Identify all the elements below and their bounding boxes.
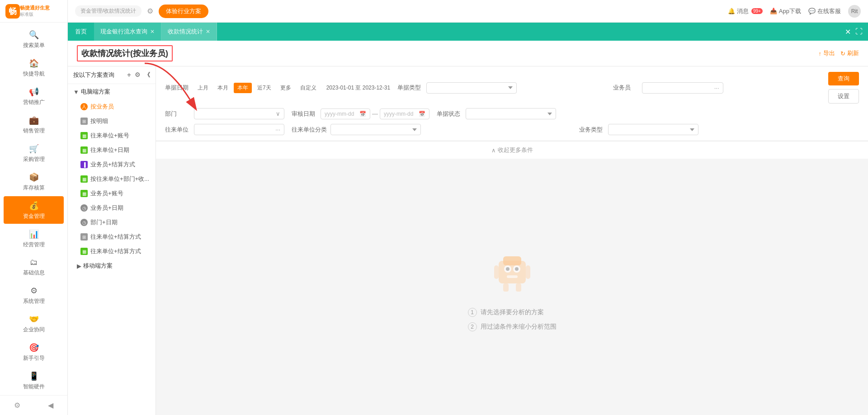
scheme-item-dept-date[interactable]: ◷ 部门+日期 (68, 215, 156, 230)
sidebar-item-system[interactable]: ⚙ 系统管理 (4, 281, 64, 309)
scheme-item-partner-account[interactable]: ▦ 往来单位+账号 (68, 128, 156, 143)
partner-input[interactable]: ··· (194, 124, 284, 135)
sidebar-item-finance[interactable]: 💰 资金管理 (4, 196, 64, 224)
doctype-label: 单据类型 (397, 84, 423, 92)
scheme-item-salesman-account[interactable]: ▦ 业务员+账号 (68, 186, 156, 201)
audit-date-to[interactable]: yyyy-mm-dd 📅 (380, 108, 429, 119)
download-icon: 📥 (770, 8, 777, 14)
close-window-icon[interactable]: ✕ (845, 28, 851, 36)
date-last-month[interactable]: 上月 (194, 83, 212, 93)
query-button[interactable]: 查询 (828, 72, 859, 85)
scheme-settings-icon[interactable]: ⚙ (135, 71, 141, 79)
doc-status-section: 单据状态 (437, 108, 859, 119)
sidebar-item-guide[interactable]: 🎯 新手引导 (4, 338, 64, 366)
sidebar-item-sales[interactable]: 💼 销售管理 (4, 111, 64, 138)
doc-status-label: 单据状态 (437, 110, 462, 118)
scheme-item-salesman-date[interactable]: ◷ 业务员+日期 (68, 201, 156, 215)
dept-select[interactable]: ∨ (194, 108, 284, 119)
tab-receipt-close[interactable]: ✕ (206, 28, 210, 35)
doctype-section: 单据类型 (397, 82, 605, 94)
sidebar-item-inventory[interactable]: 📦 库存核算 (4, 168, 64, 195)
scheme-item-partner-settle2[interactable]: ▦ 往来单位+结算方式 (68, 244, 156, 259)
settings-button[interactable]: 设置 (828, 89, 859, 104)
notification-item[interactable]: 🔔 消息 99+ (728, 7, 763, 15)
tab-bank-close[interactable]: ✕ (150, 28, 155, 35)
date-last-7-days[interactable]: 近7天 (254, 83, 275, 93)
date-custom[interactable]: 自定义 (297, 83, 320, 93)
svg-rect-10 (516, 283, 521, 292)
export-button[interactable]: ↑ 导出 (819, 49, 835, 57)
add-scheme-icon[interactable]: + (127, 71, 131, 79)
salesman-section: 业务员 ··· (613, 82, 821, 94)
date-more[interactable]: 更多 (277, 83, 295, 93)
dept-chevron-icon: ∨ (276, 110, 280, 117)
date-range-display: 2023-01-01 至 2023-12-31 (326, 84, 390, 92)
svg-rect-7 (494, 265, 499, 279)
collapse-button[interactable]: ∧ 收起更多条件 (491, 146, 533, 154)
scheme-group-mobile-title[interactable]: ▶ 移动端方案 (68, 259, 156, 273)
refresh-button[interactable]: ↻ 刷新 (840, 49, 859, 57)
date-shortcuts: 上月 本月 本年 近7天 更多 自定义 (194, 83, 320, 93)
tab-home[interactable]: 首页 (68, 23, 94, 41)
scheme-item-partner-dept[interactable]: ▦ 按往来单位+部门+收... (68, 172, 156, 186)
filter-row-1: 单据日期 上月 本月 本年 近7天 更多 自定义 2023-01-01 至 20… (165, 72, 859, 104)
sidebar-item-corp[interactable]: 🤝 企业协同 (4, 310, 64, 337)
filter-area: 单据日期 上月 本月 本年 近7天 更多 自定义 2023-01-01 至 20… (156, 66, 868, 141)
breadcrumb: 资金管理/收款情况统计 (75, 5, 142, 17)
finance-icon: 💰 (29, 201, 39, 211)
partner-section: 往来单位 ··· (165, 124, 284, 135)
doctype-select[interactable] (426, 82, 517, 94)
audit-date-label: 审核日期 (292, 110, 317, 118)
tab-receipt[interactable]: 收款情况统计 ✕ (161, 23, 217, 41)
date-this-year[interactable]: 本年 (234, 83, 252, 93)
scheme-item-by-detail[interactable]: ⊞ 按明细 (68, 114, 156, 128)
sidebar-settings-btn[interactable]: ⚙ (14, 401, 20, 410)
salesman-label: 业务员 (613, 84, 638, 92)
user-avatar[interactable]: Rit (848, 5, 861, 18)
sidebar-item-hardware[interactable]: 📱 智能硬件 (4, 367, 64, 394)
empty-steps: 1 请先选择要分析的方案 2 用过滤条件来缩小分析范围 (468, 308, 557, 331)
sidebar-item-operation[interactable]: 📊 经营管理 (4, 225, 64, 252)
sidebar-collapse-btn[interactable]: ◀ (48, 401, 53, 410)
audit-date-from[interactable]: yyyy-mm-dd 📅 (321, 108, 370, 119)
step-1-text: 请先选择要分析的方案 (481, 308, 544, 316)
inventory-icon: 📦 (29, 172, 39, 182)
partner-settle2-icon: ▦ (80, 248, 88, 255)
date-this-month[interactable]: 本月 (214, 83, 232, 93)
online-service-item[interactable]: 💬 在线客服 (808, 7, 841, 15)
left-panel-header: 按以下方案查询 + ⚙ 《 (68, 66, 156, 84)
topbar-left: 资金管理/收款情况统计 ⚙ 体验行业方案 (75, 5, 208, 18)
doc-status-select[interactable] (466, 108, 556, 119)
step-2-text: 用过滤条件来缩小分析范围 (481, 323, 557, 331)
salesman-settle-icon: ▐ (80, 161, 88, 168)
home-icon: 🏠 (29, 58, 39, 68)
topbar: 资金管理/收款情况统计 ⚙ 体验行业方案 🔔 消息 99+ 📥 App下载 💬 … (68, 0, 868, 23)
biz-type-label: 业务类型 (579, 126, 604, 134)
collapse-panel-icon[interactable]: 《 (144, 71, 150, 79)
biz-type-select[interactable] (608, 124, 698, 135)
gear-icon[interactable]: ⚙ (147, 7, 153, 15)
sidebar-item-quicknav[interactable]: 🏠 快捷导航 (4, 54, 64, 81)
collapse-icon: ∧ (491, 147, 496, 154)
partner-label: 往来单位 (165, 126, 190, 134)
scheme-item-partner-date[interactable]: ▦ 往来单位+日期 (68, 143, 156, 157)
detail-scheme-icon: ⊞ (80, 118, 88, 125)
partner-account-icon: ▦ (80, 132, 88, 139)
app-download-item[interactable]: 📥 App下载 (770, 7, 801, 15)
svg-rect-8 (526, 265, 530, 279)
hardware-icon: 📱 (29, 371, 39, 381)
sidebar-item-search[interactable]: 🔍 搜索菜单 (4, 25, 64, 53)
svg-point-4 (506, 267, 509, 271)
partner-category-select[interactable] (330, 124, 421, 135)
scheme-group-desktop-title[interactable]: ▼ 电脑端方案 (68, 84, 156, 99)
tab-bank[interactable]: 现金银行流水查询 ✕ (94, 23, 161, 41)
sidebar-item-marketing[interactable]: 📢 营销推广 (4, 82, 64, 110)
sidebar-item-purchase[interactable]: 🛒 采购管理 (4, 139, 64, 167)
scheme-item-partner-settle1[interactable]: ⊞ 往来单位+结算方式 (68, 230, 156, 244)
scheme-item-salesman-settle[interactable]: ▐ 业务员+结算方式 (68, 157, 156, 172)
scheme-item-by-salesman[interactable]: 人 按业务员 (68, 99, 156, 114)
sidebar-item-base[interactable]: 🗂 基础信息 (4, 253, 64, 280)
salesman-input[interactable]: ··· (642, 82, 723, 94)
resize-window-icon[interactable]: ⛶ (855, 28, 863, 36)
trial-button[interactable]: 体验行业方案 (159, 5, 208, 18)
